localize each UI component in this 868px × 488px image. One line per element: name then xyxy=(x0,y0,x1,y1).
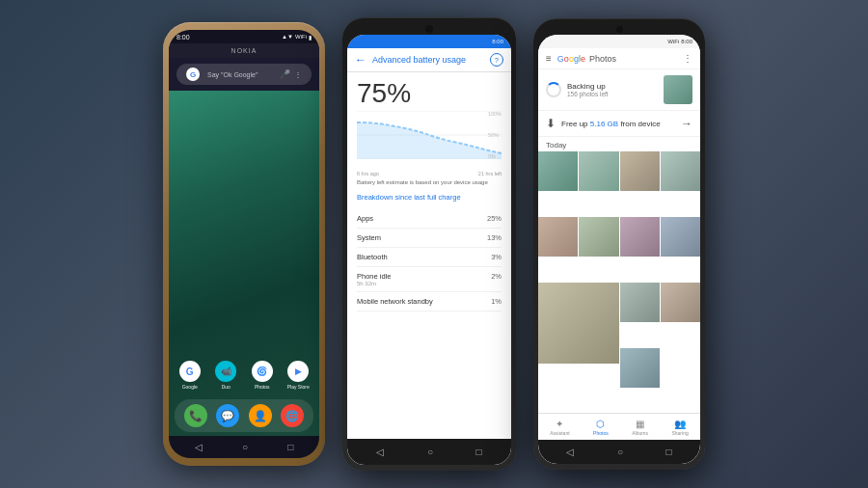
photo-cell-7[interactable] xyxy=(620,217,660,257)
home-button[interactable]: ○ xyxy=(427,447,433,457)
app-playstore[interactable]: ▶ Play Store xyxy=(284,361,314,390)
photo-cell-9[interactable] xyxy=(538,283,619,364)
usage-pct-idle: 2% xyxy=(491,272,502,281)
phone1-search-bar[interactable]: G Say "Ok Google" 🎤 ⋮ xyxy=(176,64,312,85)
albums-label: Albums xyxy=(632,430,648,436)
app-playstore-label: Play Store xyxy=(287,384,310,390)
usage-row-idle: Phone idle 5h 32m 2% xyxy=(357,267,502,292)
free-space-size: 5.16 GB xyxy=(590,120,618,128)
app-photos[interactable]: 🌀 Photos xyxy=(247,361,278,390)
phone1-nav-bar: ◁ ○ □ xyxy=(169,436,319,458)
phone2-status-bar: 8:00 xyxy=(347,35,511,48)
dock-messages[interactable]: 💬 xyxy=(216,404,239,427)
dock-contacts[interactable]: 👤 xyxy=(249,404,272,427)
back-arrow-icon[interactable]: ← xyxy=(355,53,366,67)
chart-right-labels: 100% 50% 0% xyxy=(488,111,502,159)
phone1-time: 8:00 xyxy=(176,34,190,41)
more-options-icon[interactable]: ⋮ xyxy=(683,53,692,64)
back-button[interactable]: ◁ xyxy=(376,447,384,457)
battery-chart-svg xyxy=(357,111,502,159)
recents-button[interactable]: □ xyxy=(287,442,293,452)
app-duo-label: Duo xyxy=(222,384,231,390)
usage-label-mobile: Mobile network standby xyxy=(357,297,433,306)
photo-cell-8[interactable] xyxy=(661,217,700,257)
usage-label-bluetooth: Bluetooth xyxy=(357,253,388,261)
help-icon[interactable]: ? xyxy=(490,53,503,67)
phone1-wallpaper: G Google 📹 Duo 🌀 Photos xyxy=(169,91,319,436)
phone3-status-icons: WiFi 8:00 xyxy=(667,39,692,44)
battery-content: 75% 100% 50% xyxy=(347,72,511,439)
chart-0-label: 0% xyxy=(488,153,502,159)
menu-icon[interactable]: ≡ xyxy=(546,54,552,64)
nav-sharing[interactable]: 👥 Sharing xyxy=(671,419,688,436)
usage-sublabel-idle: 5h 32m xyxy=(357,281,391,286)
photos-header: ≡ Google Photos ⋮ xyxy=(538,48,700,69)
photo-grid xyxy=(538,151,700,413)
app-google[interactable]: G Google xyxy=(175,361,205,390)
photo-cell-2[interactable] xyxy=(579,151,618,191)
photo-cell-4[interactable] xyxy=(661,151,700,191)
free-space-bar[interactable]: ⬇ Free up 5.16 GB from device → xyxy=(538,111,700,137)
app-duo[interactable]: 📹 Duo xyxy=(211,361,242,390)
phone3-nav-bar: ◁ ○ □ xyxy=(538,440,700,464)
time-ago-label: 6 hrs ago xyxy=(357,171,379,176)
assistant-label: Assistant xyxy=(550,430,569,436)
phone3-camera xyxy=(616,26,623,33)
google-g-logo: G xyxy=(186,68,200,81)
phone3: WiFi 8:00 ≡ Google Photos ⋮ Backing up xyxy=(533,18,705,470)
photos-bottom-nav: ✦ Assistant ⬡ Photos ▦ Albums 👥 Sharing xyxy=(538,413,700,440)
photo-cell-12[interactable] xyxy=(620,348,660,388)
save-to-device-icon: ⬇ xyxy=(546,117,556,130)
phone1-dock: 📞 💬 👤 🌐 xyxy=(175,399,313,432)
photo-cell-1[interactable] xyxy=(538,151,578,191)
phone3-time: 8:00 xyxy=(681,39,692,44)
today-section-label: Today xyxy=(538,137,700,151)
usage-label-idle: Phone idle xyxy=(357,272,391,281)
photo-cell-3[interactable] xyxy=(620,151,660,191)
google-icon: G xyxy=(186,366,194,377)
e-letter: e xyxy=(581,54,585,64)
photos-title: Photos xyxy=(589,54,616,64)
backup-title: Backing up xyxy=(567,82,658,91)
usage-row-system: System 13% xyxy=(357,229,502,248)
chart-100-label: 100% xyxy=(488,111,502,117)
back-button[interactable]: ◁ xyxy=(195,442,203,452)
battery-time-labels: 6 hrs ago 21 hrs left xyxy=(357,171,502,176)
battery-estimate: Battery left estimate is based on your d… xyxy=(357,179,502,185)
assistant-icon: ✦ xyxy=(556,419,563,429)
home-button[interactable]: ○ xyxy=(617,447,623,457)
phone2-nav-bar: ◁ ○ □ xyxy=(347,439,511,465)
usage-pct-system: 13% xyxy=(487,233,502,242)
dock-phone[interactable]: 📞 xyxy=(184,404,207,427)
recents-button[interactable]: □ xyxy=(476,447,482,457)
signal-icon: ▲▼ xyxy=(282,34,293,40)
phone1-brand-bar: NOKIA xyxy=(169,43,319,58)
chart-50-label: 50% xyxy=(488,132,502,138)
nav-albums[interactable]: ▦ Albums xyxy=(632,419,648,436)
home-button[interactable]: ○ xyxy=(242,442,248,452)
back-button[interactable]: ◁ xyxy=(566,447,574,457)
photos-nav-label: Photos xyxy=(593,430,609,436)
photo-cell-5[interactable] xyxy=(538,217,578,257)
nokia-logo: NOKIA xyxy=(231,47,258,54)
backup-status-bar: Backing up 156 photos left xyxy=(538,69,700,111)
g-letter: G xyxy=(557,54,564,64)
sharing-label: Sharing xyxy=(671,430,688,436)
photo-cell-6[interactable] xyxy=(579,217,618,257)
dock-chrome[interactable]: 🌐 xyxy=(281,404,304,427)
phone1: 8:00 ▲▼ WiFi ▮ NOKIA G Say "Ok Google" 🎤… xyxy=(163,22,325,466)
backup-subtitle: 156 photos left xyxy=(567,91,658,97)
nav-assistant[interactable]: ✦ Assistant xyxy=(550,419,569,436)
phone2-status-icons: 8:00 xyxy=(492,39,503,44)
breakdown-title: Breakdown since last full charge xyxy=(357,193,502,202)
photo-cell-11[interactable] xyxy=(661,283,700,322)
playstore-icon: ▶ xyxy=(295,366,302,376)
photo-cell-10[interactable] xyxy=(620,283,660,322)
duo-icon: 📹 xyxy=(221,366,231,376)
battery-percent: 75% xyxy=(357,78,502,109)
recents-button[interactable]: □ xyxy=(666,447,672,457)
usage-pct-apps: 25% xyxy=(487,214,502,223)
sharing-icon: 👥 xyxy=(674,419,686,429)
nav-photos[interactable]: ⬡ Photos xyxy=(593,419,609,436)
wifi-icon: WiFi xyxy=(295,34,307,40)
